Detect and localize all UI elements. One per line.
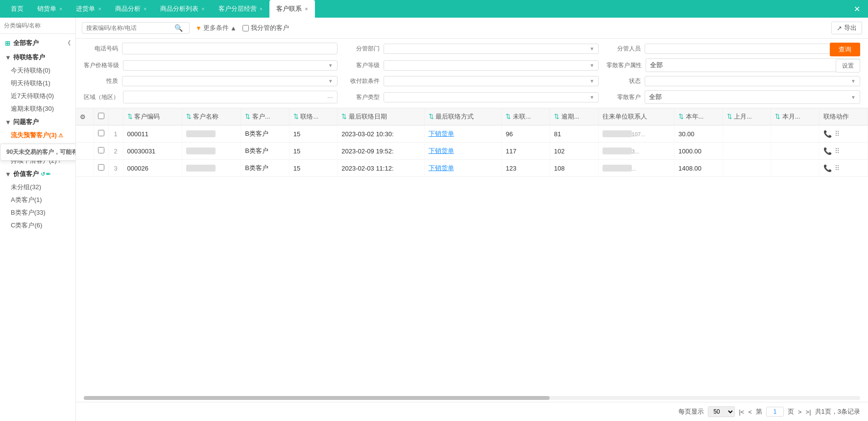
contact-icon[interactable]: 📞 bbox=[823, 130, 832, 138]
level-select[interactable]: ▼ bbox=[384, 60, 599, 71]
more-action-icon[interactable]: ⠿ bbox=[835, 164, 840, 172]
close-product-analysis[interactable]: × bbox=[144, 6, 146, 12]
col-contacts-header[interactable]: 往来单位联系人 bbox=[598, 108, 674, 125]
last-page-btn[interactable]: >| bbox=[806, 408, 811, 416]
filter-row-person: 分管人员 ▼ ··· 查询 bbox=[606, 43, 860, 54]
window-close-button[interactable]: ✕ bbox=[850, 4, 864, 14]
tab-product-analysis[interactable]: 商品分析 × bbox=[108, 0, 153, 18]
sidebar-item-ungrouped[interactable]: 未分组(32) bbox=[0, 181, 75, 194]
close-product-analysis-list[interactable]: × bbox=[201, 6, 204, 12]
export-button[interactable]: ↗ 导出 bbox=[831, 22, 862, 34]
col-this-month-header[interactable]: ⇅ 本月... bbox=[771, 108, 820, 125]
tab-product-analysis-list[interactable]: 商品分析列表 × bbox=[153, 0, 211, 18]
row-name bbox=[182, 143, 241, 160]
per-page-select[interactable]: 50 20 100 bbox=[708, 406, 735, 417]
row-contact: 15 bbox=[289, 160, 338, 177]
dept-select-arrow: ▼ bbox=[589, 46, 594, 51]
row-no-contact: 96 bbox=[502, 125, 550, 143]
tab-home[interactable]: 首页 bbox=[4, 0, 30, 18]
phone-input[interactable] bbox=[122, 43, 338, 54]
col-last-month-header[interactable]: ⇅ 上月... bbox=[723, 108, 771, 125]
next-page-btn[interactable]: > bbox=[798, 408, 802, 416]
level-arrow: ▼ bbox=[589, 63, 594, 68]
more-conditions-btn[interactable]: ▼ 更多条件 ▲ bbox=[195, 24, 237, 32]
page-number-input[interactable] bbox=[766, 407, 784, 417]
region-more-btn[interactable]: ··· bbox=[327, 93, 333, 101]
col-this-year-header[interactable]: ⇅ 本年... bbox=[674, 108, 723, 125]
col-last-date-header[interactable]: ⇅ 最后联络日期 bbox=[338, 108, 424, 125]
retail-attr-select[interactable]: 全部 ▼ bbox=[646, 58, 860, 72]
scrollbar-thumb[interactable] bbox=[84, 396, 550, 400]
sidebar-group-pending[interactable]: ▼ 待联络客户 bbox=[0, 50, 75, 64]
sidebar-item-churn-warning[interactable]: 流失预警客户(3) ⚠ bbox=[0, 129, 75, 142]
col-type-header[interactable]: ⇅ 客户... bbox=[241, 108, 289, 125]
dept-select[interactable]: ▼ bbox=[384, 44, 599, 54]
edit-icon-value[interactable]: ✏ bbox=[46, 171, 50, 177]
last-method-link[interactable]: 下销货单 bbox=[429, 130, 454, 137]
row-last-date: 2023-02-03 11:12: bbox=[338, 160, 424, 177]
col-code-header[interactable]: ⇅ 客户编码 bbox=[123, 108, 182, 125]
col-no-contact-header[interactable]: ⇅ 未联... bbox=[502, 108, 550, 125]
search-input[interactable] bbox=[86, 25, 174, 31]
row-num: 1 bbox=[108, 125, 123, 143]
price-level-select[interactable]: ▼ bbox=[123, 60, 338, 71]
tab-customer-tier[interactable]: 客户分层经营 × bbox=[212, 0, 269, 18]
person-select[interactable]: ▼ bbox=[645, 44, 850, 54]
search-submit-icon[interactable]: 🔍 bbox=[174, 24, 183, 32]
query-button[interactable]: 查询 bbox=[830, 43, 860, 56]
select-all-checkbox[interactable] bbox=[98, 113, 104, 119]
close-purchase-order[interactable]: × bbox=[98, 6, 101, 12]
customer-type-select[interactable]: ▼ bbox=[384, 92, 599, 102]
last-method-link[interactable]: 下销货单 bbox=[429, 164, 454, 172]
row-select-checkbox[interactable] bbox=[98, 164, 104, 171]
region-select[interactable]: ··· bbox=[123, 91, 338, 103]
sidebar-item-today[interactable]: 今天待联络(0) bbox=[0, 64, 75, 77]
close-customer-tier[interactable]: × bbox=[260, 6, 263, 12]
sidebar-item-class-c[interactable]: C类客户(6) bbox=[0, 219, 75, 232]
col-contact-header[interactable]: ⇅ 联络... bbox=[289, 108, 338, 125]
sidebar-search-input[interactable] bbox=[4, 22, 76, 29]
settings-icon[interactable]: ⚙ bbox=[80, 113, 86, 121]
payment-select[interactable]: ▼ bbox=[384, 76, 599, 86]
row-this-year: 1408.00 bbox=[674, 160, 723, 177]
row-settings bbox=[76, 143, 94, 160]
sidebar-item-overdue[interactable]: 逾期未联络(30) bbox=[0, 102, 75, 115]
sidebar-item-tomorrow[interactable]: 明天待联络(1) bbox=[0, 77, 75, 90]
sidebar-collapse-btn[interactable]: 《 bbox=[65, 39, 71, 48]
retail-customer-select[interactable]: 全部 ▼ bbox=[645, 90, 860, 104]
col-overdue-header[interactable]: ⇅ 逾期... bbox=[550, 108, 599, 125]
horizontal-scrollbar[interactable] bbox=[84, 396, 860, 400]
sidebar-all-customers[interactable]: ⊞ 全部客户 《 bbox=[0, 36, 75, 50]
row-contact: 15 bbox=[289, 125, 338, 143]
more-action-icon[interactable]: ⠿ bbox=[835, 147, 840, 155]
nature-select[interactable]: ▼ bbox=[122, 76, 338, 86]
last-method-link[interactable]: 下销货单 bbox=[429, 147, 454, 154]
status-select[interactable]: ▼ bbox=[645, 76, 860, 86]
row-select-checkbox[interactable] bbox=[98, 147, 104, 153]
sidebar-item-7days[interactable]: 近7天待联络(0) bbox=[0, 90, 75, 102]
sidebar-group-problem[interactable]: ▼ 问题客户 90天未交易的客户，可能有流失风险。 bbox=[0, 115, 75, 129]
row-this-month bbox=[771, 160, 820, 177]
sidebar-item-class-b[interactable]: B类客户(33) bbox=[0, 206, 75, 219]
my-customers-checkbox[interactable] bbox=[242, 25, 249, 31]
tab-customer-contact[interactable]: 客户联系 × bbox=[269, 0, 314, 18]
tab-purchase-order[interactable]: 进货单 × bbox=[69, 0, 108, 18]
row-type: B类客户 bbox=[241, 143, 289, 160]
settings-button[interactable]: 设置 bbox=[836, 59, 860, 73]
close-sales-order[interactable]: × bbox=[59, 6, 62, 12]
more-action-icon[interactable]: ⠿ bbox=[835, 130, 840, 138]
close-customer-contact[interactable]: × bbox=[305, 6, 308, 12]
row-select-checkbox[interactable] bbox=[98, 130, 104, 136]
sidebar-item-class-a[interactable]: A类客户(1) bbox=[0, 194, 75, 206]
sidebar-group-value[interactable]: ▼ 价值客户 ↺ ✏ bbox=[0, 167, 75, 181]
tab-sales-order[interactable]: 销货单 × bbox=[30, 0, 69, 18]
row-last-method: 下销货单 bbox=[424, 125, 502, 143]
phone-label: 电话号码 bbox=[84, 45, 118, 53]
col-last-method-header[interactable]: ⇅ 最后联络方式 bbox=[424, 108, 502, 125]
prev-page-btn[interactable]: < bbox=[748, 408, 752, 416]
contact-icon[interactable]: 📞 bbox=[823, 164, 832, 172]
col-name-header[interactable]: ⇅ 客户名称 bbox=[182, 108, 241, 125]
refresh-icon-value[interactable]: ↺ bbox=[41, 171, 45, 177]
first-page-btn[interactable]: |< bbox=[739, 408, 744, 416]
contact-icon[interactable]: 📞 bbox=[823, 147, 832, 155]
